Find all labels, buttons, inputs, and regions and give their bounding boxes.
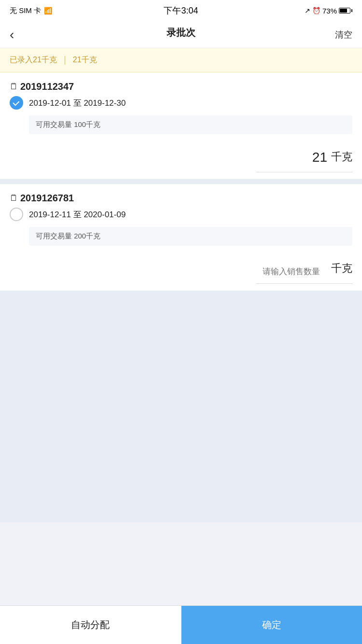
location-icon: ↗ bbox=[305, 7, 310, 14]
info-bar: 已录入21千克 21千克 bbox=[0, 48, 362, 72]
date-range-1: 2019-12-01 至 2019-12-30 bbox=[29, 98, 125, 109]
batch-id-row-2: 🗒 2019126781 bbox=[10, 193, 352, 204]
avail-text-1: 可用交易量 100千克 bbox=[36, 120, 100, 128]
status-right: ↗ ⏰ 73% bbox=[305, 7, 352, 15]
battery-icon bbox=[339, 8, 352, 14]
status-time: 下午3:04 bbox=[164, 5, 198, 16]
page-title: 录批次 bbox=[167, 26, 195, 39]
batch-section-2: 🗒 2019126781 2019-12-11 至 2020-01-09 可用交… bbox=[0, 184, 362, 257]
wifi-icon: 📶 bbox=[44, 7, 52, 14]
date-row-1[interactable]: 2019-12-01 至 2019-12-30 bbox=[10, 96, 352, 110]
avail-box-1: 可用交易量 100千克 bbox=[29, 115, 352, 134]
batch-id-row-1: 🗒 2019112347 bbox=[10, 81, 352, 92]
clear-button[interactable]: 清空 bbox=[335, 29, 352, 41]
qty-unit-2: 千克 bbox=[331, 261, 352, 277]
radio-2[interactable] bbox=[10, 208, 23, 221]
qty-value-1: 21 bbox=[312, 150, 327, 165]
footer: 自动分配 确定 bbox=[0, 605, 362, 644]
qty-input-2[interactable] bbox=[231, 267, 327, 277]
status-left: 无 SIM 卡 📶 bbox=[10, 6, 52, 15]
recorded-label: 已录入21千克 bbox=[10, 55, 57, 65]
alarm-icon: ⏰ bbox=[312, 7, 320, 14]
carrier-text: 无 SIM 卡 bbox=[10, 6, 41, 15]
qty-row-2: 千克 bbox=[0, 257, 362, 281]
batch-id-2: 2019126781 bbox=[20, 193, 74, 204]
qty-unit-1: 千克 bbox=[331, 150, 352, 165]
batch-id-icon-1: 🗒 bbox=[10, 82, 18, 92]
nav-bar: ‹ 录批次 清空 bbox=[0, 21, 362, 48]
battery-percent: 73% bbox=[322, 7, 337, 15]
avail-box-2: 可用交易量 200千克 bbox=[29, 227, 352, 246]
info-amount: 21千克 bbox=[73, 55, 97, 65]
info-divider bbox=[65, 56, 65, 65]
batch-card-1: 🗒 2019112347 2019-12-01 至 2019-12-30 可用交… bbox=[0, 72, 362, 179]
status-bar: 无 SIM 卡 📶 下午3:04 ↗ ⏰ 73% bbox=[0, 0, 362, 21]
section-separator bbox=[0, 179, 362, 184]
batch-card-2: 🗒 2019126781 2019-12-11 至 2020-01-09 可用交… bbox=[0, 184, 362, 291]
qty-row-1: 21 千克 bbox=[0, 146, 362, 170]
auto-distribute-button[interactable]: 自动分配 bbox=[0, 606, 181, 644]
date-range-2: 2019-12-11 至 2020-01-09 bbox=[29, 209, 125, 220]
batch-id-1: 2019112347 bbox=[20, 81, 74, 92]
date-row-2[interactable]: 2019-12-11 至 2020-01-09 bbox=[10, 208, 352, 221]
batch-section-1: 🗒 2019112347 2019-12-01 至 2019-12-30 可用交… bbox=[0, 72, 362, 146]
batch-id-icon-2: 🗒 bbox=[10, 193, 18, 203]
avail-text-2: 可用交易量 200千克 bbox=[36, 232, 100, 240]
radio-1[interactable] bbox=[10, 96, 23, 110]
bottom-area bbox=[0, 291, 362, 522]
back-button[interactable]: ‹ bbox=[10, 27, 14, 42]
confirm-button[interactable]: 确定 bbox=[181, 606, 362, 644]
